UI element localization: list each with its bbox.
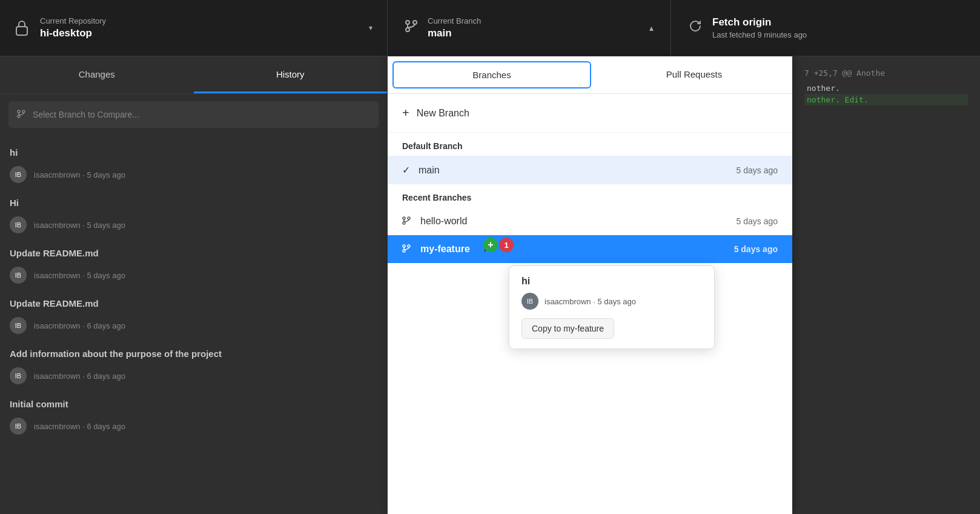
- tab-history[interactable]: History: [194, 56, 388, 93]
- branch-row-main[interactable]: ✓ main 5 days ago: [388, 156, 792, 184]
- branch-row-my-feature[interactable]: my-feature ▶ + 1 5 days ago hi IB isaacm…: [388, 235, 792, 263]
- branch-info: Current Branch main: [428, 16, 640, 39]
- branch-icon: [405, 19, 418, 36]
- commit-item-5[interactable]: IB isaacmbrown · 6 days ago: [10, 414, 377, 438]
- repo-section[interactable]: Current Repository hi-desktop ▾: [0, 0, 388, 56]
- branch-name-hello-world: hello-world: [420, 216, 728, 227]
- top-bar: Current Repository hi-desktop ▾ Current …: [0, 0, 980, 56]
- fetch-section[interactable]: Fetch origin Last fetched 9 minutes ago: [671, 0, 980, 56]
- commit-group-1: hi IB isaacmbrown · 5 days ago: [0, 140, 387, 190]
- svg-point-5: [22, 110, 25, 113]
- diff-header: 7 +25,7 @@ Anothe: [804, 68, 968, 78]
- commit-item-3[interactable]: IB isaacmbrown · 6 days ago: [10, 313, 377, 338]
- svg-point-8: [408, 217, 410, 219]
- fetch-title: Fetch origin: [712, 16, 807, 28]
- branch-icon-my-feature: [402, 244, 412, 254]
- main-content: Changes History Select Branch to Compare…: [0, 56, 980, 514]
- svg-point-2: [413, 21, 417, 24]
- dropdown-content: + New Branch Default Branch ✓ main 5 day…: [388, 94, 792, 514]
- branch-row-hello-world[interactable]: hello-world 5 days ago: [388, 207, 792, 235]
- commit-meta-1: isaacmbrown · 5 days ago: [34, 221, 125, 230]
- tooltip-commit-title: hi: [521, 276, 702, 287]
- tab-pull-requests[interactable]: Pull Requests: [596, 56, 792, 93]
- dropdown-panel: Branches Pull Requests + New Branch Defa…: [388, 56, 792, 514]
- default-branch-header: Default Branch: [388, 133, 792, 156]
- avatar-5: IB: [10, 418, 27, 435]
- svg-point-11: [408, 245, 410, 247]
- badge-area: + 1: [483, 238, 514, 252]
- branch-tooltip: hi IB isaacmbrown · 5 days ago Copy to m…: [509, 265, 715, 349]
- commit-item-1[interactable]: IB isaacmbrown · 5 days ago: [10, 213, 377, 237]
- svg-point-1: [406, 21, 409, 24]
- commit-item-0[interactable]: IB isaacmbrown · 5 days ago: [10, 162, 377, 187]
- svg-point-7: [403, 217, 405, 219]
- tab-bar: Changes History: [0, 56, 387, 94]
- tab-pull-requests-label: Pull Requests: [666, 69, 723, 79]
- avatar-2: IB: [10, 267, 27, 284]
- avatar-3: IB: [10, 317, 27, 334]
- badge-plus: +: [483, 238, 498, 252]
- lock-icon: [15, 19, 31, 36]
- copy-to-my-feature-button[interactable]: Copy to my-feature: [521, 318, 614, 339]
- commit-group-4: Update README.md IB isaacmbrown · 6 days…: [0, 291, 387, 341]
- branch-time-hello-world: 5 days ago: [737, 216, 778, 226]
- badge-count: 1: [499, 238, 514, 252]
- branch-compare-icon: [17, 110, 27, 119]
- tooltip-author: isaacmbrown · 5 days ago: [545, 297, 636, 306]
- tooltip-commit-meta: IB isaacmbrown · 5 days ago: [521, 293, 702, 310]
- branch-name-my-feature: my-feature: [420, 244, 726, 255]
- svg-point-12: [403, 250, 405, 252]
- chevron-up-icon: ▴: [649, 23, 654, 33]
- branch-time-my-feature: 5 days ago: [734, 244, 778, 254]
- commit-group-5: Add information about the purpose of the…: [0, 341, 387, 392]
- commit-meta-3: isaacmbrown · 6 days ago: [34, 321, 125, 330]
- svg-point-6: [18, 115, 20, 118]
- avatar-4: IB: [10, 367, 27, 384]
- svg-point-9: [403, 222, 405, 224]
- avatar-1: IB: [10, 216, 27, 233]
- commits-list: hi IB isaacmbrown · 5 days ago Hi IB isa…: [0, 135, 387, 514]
- commit-title-2: Update README.md: [10, 248, 377, 258]
- svg-point-10: [403, 245, 405, 247]
- svg-point-3: [406, 28, 409, 32]
- tab-changes[interactable]: Changes: [0, 56, 194, 93]
- diff-line-0: nother.: [804, 82, 968, 94]
- new-branch-button[interactable]: + New Branch: [388, 94, 792, 133]
- commit-item-4[interactable]: IB isaacmbrown · 6 days ago: [10, 364, 377, 388]
- dropdown-tabs: Branches Pull Requests: [388, 56, 792, 94]
- svg-rect-0: [16, 27, 27, 35]
- branch-section[interactable]: Current Branch main ▴: [388, 0, 671, 56]
- recent-branches-header: Recent Branches: [388, 184, 792, 207]
- compare-placeholder: Select Branch to Compare...: [33, 110, 139, 119]
- commit-group-6: Initial commit IB isaacmbrown · 6 days a…: [0, 392, 387, 442]
- commit-group-2: Hi IB isaacmbrown · 5 days ago: [0, 190, 387, 241]
- avatar-0: IB: [10, 166, 27, 183]
- current-branch-name: main: [428, 27, 640, 39]
- commit-item-2[interactable]: IB isaacmbrown · 5 days ago: [10, 263, 377, 287]
- fetch-info: Fetch origin Last fetched 9 minutes ago: [712, 16, 807, 39]
- new-branch-label: New Branch: [417, 108, 469, 119]
- refresh-icon: [688, 19, 703, 37]
- sidebar: Changes History Select Branch to Compare…: [0, 56, 388, 514]
- diff-area: 7 +25,7 @@ Anothe nother. nother. Edit.: [792, 56, 980, 514]
- commit-meta-4: isaacmbrown · 6 days ago: [34, 372, 125, 381]
- commit-title-0: hi: [10, 147, 377, 158]
- commit-title-4: Add information about the purpose of the…: [10, 349, 377, 359]
- current-branch-label: Current Branch: [428, 16, 640, 25]
- commit-title-5: Initial commit: [10, 399, 377, 409]
- diff-line-1: nother. Edit.: [804, 94, 968, 105]
- repo-label: Current Repository: [40, 16, 360, 25]
- check-icon: ✓: [402, 164, 410, 176]
- compare-bar[interactable]: Select Branch to Compare...: [8, 101, 379, 128]
- tab-branches[interactable]: Branches: [392, 61, 591, 88]
- commit-meta-0: isaacmbrown · 5 days ago: [34, 170, 125, 179]
- commit-group-3: Update README.md IB isaacmbrown · 5 days…: [0, 241, 387, 291]
- commit-title-3: Update README.md: [10, 298, 377, 309]
- repo-info: Current Repository hi-desktop: [40, 16, 360, 39]
- plus-icon: +: [402, 106, 409, 120]
- branch-time-main: 5 days ago: [737, 165, 778, 175]
- commit-title-1: Hi: [10, 198, 377, 208]
- commit-meta-5: isaacmbrown · 6 days ago: [34, 422, 125, 431]
- svg-point-4: [18, 110, 20, 113]
- tab-branches-label: Branches: [472, 70, 511, 80]
